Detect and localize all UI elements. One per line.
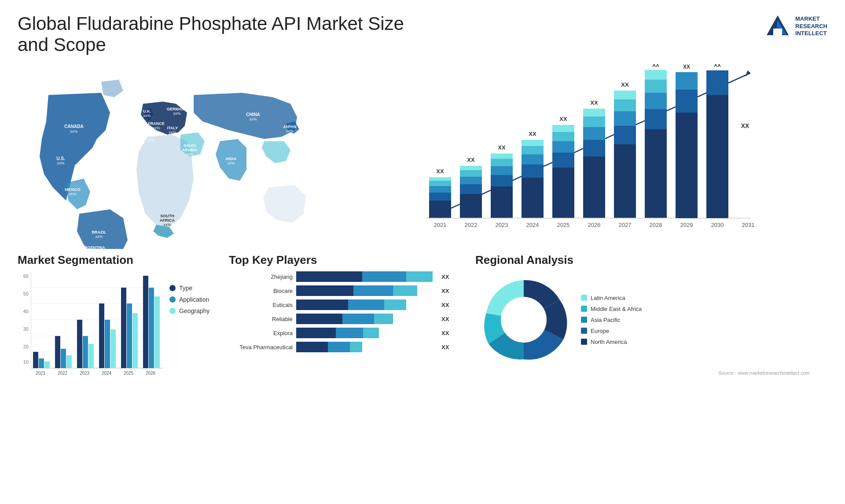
svg-rect-76 [614,99,636,111]
legend-label-geography: Geography [179,307,209,314]
donut-chart [475,271,572,368]
seg-legend: Type Application Geography [169,285,209,314]
svg-text:INDIA: INDIA [226,157,237,161]
svg-rect-121 [55,336,60,368]
svg-rect-125 [83,336,88,368]
svg-rect-59 [522,140,544,146]
svg-rect-159 [350,342,362,352]
svg-rect-49 [491,186,513,218]
svg-text:10: 10 [23,359,29,365]
main-bar-chart-section: XX XX XX XX [339,60,836,249]
player-value: XX [441,344,449,351]
svg-text:xx%: xx% [169,130,176,135]
regional-section: Regional Analysis [467,253,836,379]
legend-asia-pacific: Asia Pacific [581,317,642,323]
svg-rect-61 [552,168,574,218]
svg-rect-62 [552,153,574,168]
svg-marker-36 [745,70,750,77]
svg-rect-77 [614,91,636,99]
svg-rect-71 [583,109,605,117]
svg-rect-2 [773,29,782,35]
player-value: XX [441,316,449,322]
legend-dot-type [169,285,176,291]
svg-rect-74 [614,126,636,144]
svg-text:FRANCE: FRANCE [148,121,165,126]
svg-text:2025: 2025 [557,222,570,228]
svg-rect-52 [491,159,513,166]
svg-rect-144 [406,271,433,282]
player-value: XX [441,274,449,280]
svg-text:2023: 2023 [496,222,508,228]
svg-rect-43 [460,194,482,218]
svg-text:xx%: xx% [249,117,257,121]
svg-rect-53 [491,153,513,159]
svg-rect-149 [348,299,384,310]
svg-rect-41 [429,177,451,181]
svg-rect-135 [154,296,160,368]
svg-rect-152 [342,314,374,324]
legend-label-europe: Europe [591,328,609,334]
svg-rect-50 [491,175,513,186]
svg-rect-63 [552,141,574,153]
legend-latin-america: Latin America [581,295,642,301]
svg-text:U.K.: U.K. [143,109,151,113]
svg-text:SPAIN: SPAIN [145,133,157,138]
svg-text:2023: 2023 [80,371,90,376]
svg-text:xx%: xx% [70,129,77,134]
regional-title: Regional Analysis [475,253,827,267]
seg-bar-chart: 2021 2022 2023 2024 2025 2026 [31,271,163,377]
svg-rect-55 [522,178,544,218]
svg-rect-123 [66,355,72,368]
bottom-row: Market Segmentation 60 50 40 30 20 10 [0,249,845,379]
svg-rect-68 [583,140,605,157]
svg-text:AFRICA: AFRICA [160,218,175,223]
player-row-biocare: Biocare XX [229,285,458,296]
map-section: CANADA xx% U.S. xx% MEXICO xx% BRAZIL xx… [22,60,330,249]
svg-rect-46 [460,170,482,177]
player-row-explora: Explora XX [229,328,458,338]
svg-text:XX: XX [559,116,567,122]
svg-rect-118 [33,352,38,368]
svg-rect-73 [614,144,636,218]
svg-rect-67 [583,157,605,218]
player-bar-wrapper: XX [296,285,458,296]
svg-text:XX: XX [652,64,659,68]
svg-text:50: 50 [23,291,29,296]
svg-rect-56 [522,164,544,178]
svg-rect-81 [645,93,667,109]
svg-text:2021: 2021 [434,222,447,228]
legend-label-middle-east: Middle East & Africa [591,306,642,312]
svg-rect-130 [121,288,126,368]
svg-rect-58 [522,146,544,154]
svg-text:U.S.: U.S. [56,156,65,161]
svg-rect-100 [706,70,728,95]
svg-rect-94 [676,113,698,218]
svg-rect-96 [676,72,698,90]
legend-color-europe [581,328,587,334]
svg-text:XX: XX [741,122,749,129]
svg-rect-154 [296,328,336,338]
legend-label-type: Type [179,285,192,292]
svg-text:2025: 2025 [124,371,134,376]
svg-text:ARABIA: ARABIA [182,148,198,152]
svg-text:CHINA: CHINA [246,112,260,117]
svg-rect-82 [645,80,667,93]
donut-legend: Latin America Middle East & Africa Asia … [581,295,642,345]
key-players-section: Top Key Players Zhejiang XX Biocare [220,253,467,379]
svg-text:GERMANY: GERMANY [167,107,187,111]
svg-rect-122 [61,349,66,368]
logo: MARKET RESEARCH INTELLECT [764,13,827,40]
player-name: Teva Pharmaceutical [229,344,293,351]
players-chart: Zhejiang XX Biocare [229,271,458,352]
svg-rect-158 [328,342,350,352]
svg-rect-64 [552,132,574,141]
svg-rect-129 [110,329,116,368]
svg-text:JAPAN: JAPAN [283,124,296,129]
svg-text:XX: XX [529,131,536,137]
svg-text:xx%: xx% [69,192,76,196]
svg-text:xx%: xx% [143,113,151,118]
legend-type: Type [169,285,209,292]
legend-dot-application [169,296,176,303]
svg-text:XX: XX [498,144,506,151]
svg-rect-147 [393,285,417,296]
